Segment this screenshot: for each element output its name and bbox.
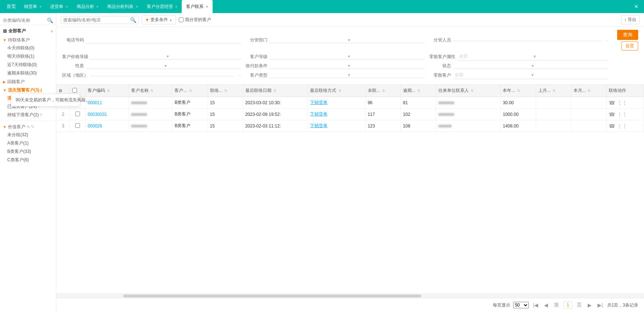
close-tab-purchase-order[interactable]: × [65,4,68,9]
close-tab-customer-contact[interactable]: × [206,4,208,9]
sort-overdue-icon[interactable]: ⇅ [417,89,420,93]
filter-search-input[interactable] [63,17,129,23]
tab-customer-segmentation[interactable]: 客户分层经营 × [142,0,182,13]
all-customers-header[interactable]: ⊞ 全部客户 « [0,27,56,36]
edit-icon[interactable]: ✎ [31,125,34,129]
price-level-select[interactable]: ▼ [90,54,241,60]
sidebar-item-ungrouped[interactable]: 未分组(32) [0,131,56,139]
tab-purchase-order[interactable]: 进货单 × [46,0,72,13]
dept-dropdown-icon: ▼ [347,38,424,42]
refresh-icon[interactable]: ↻ [27,125,30,129]
sidebar-group-churn[interactable]: ▼ 流失预警客户(3) ℹ [0,86,56,94]
last-page-btn[interactable]: ▶| [596,301,604,309]
sidebar-group-review[interactable]: ▶ 回顾客户 [0,77,56,86]
filter-icon: ▼ [145,17,149,23]
sort-contact-icon[interactable]: ⇅ [224,89,227,93]
contact-action-icon-2[interactable]: ☎ [609,112,615,117]
nature-dropdown-icon: ▼ [164,64,240,68]
row-checkbox-2[interactable] [70,109,85,120]
retail-customer-select[interactable]: 全部 ▼ [453,71,608,79]
settings-button[interactable]: 设置 [621,41,638,50]
price-level-dropdown-icon: ▼ [166,54,240,58]
sidebar-item-7days[interactable]: 近7天待联络(0) [0,61,56,69]
contact-action-icon-3[interactable]: ☎ [609,123,615,129]
table-settings-icon[interactable]: ⚙ [59,88,63,93]
row-code-1[interactable]: 000011 [85,97,129,109]
adv-filter-row-3: 性质 ▼ 收付款条件 ▼ 状态 [62,63,638,69]
arrow-right-icon: ▶ [3,80,6,84]
manager-select[interactable] [453,39,601,41]
prev-page-btn[interactable]: ◀ [543,301,550,309]
sort-type-icon[interactable]: ⇅ [189,89,192,93]
sort-thismonth-icon[interactable]: ⇅ [588,89,591,93]
filter-search-icon[interactable]: 🔍 [130,17,136,23]
payment-dropdown-icon: ▼ [347,64,424,68]
tab-product-analysis-list[interactable]: 商品分析列表 × [103,0,142,13]
collapse-sidebar-icon[interactable]: « [51,29,53,34]
field-retail-customer: 零散客户 全部 ▼ [429,71,608,79]
payment-select[interactable]: ▼ [270,63,425,69]
customer-type-select[interactable]: ▼ [270,72,425,78]
row-method-1[interactable]: 下销货单 [308,97,365,109]
row-action-1: ☎ ⋮⋮ [606,97,644,109]
sidebar-item-class-b[interactable]: B类客户(33) [0,147,56,156]
customer-level-select[interactable]: ▼ [270,54,425,60]
row-method-2[interactable]: 下销货单 [308,109,365,120]
more-action-icon-1[interactable]: ⋮⋮ [617,100,627,106]
close-tab-sales-order[interactable]: × [39,4,41,9]
tab-customer-contact[interactable]: 客户联系 × [182,0,212,13]
close-tab-product-analysis[interactable]: × [96,4,98,9]
first-page-btn[interactable]: |◀ [532,301,540,309]
sidebar-item-class-a[interactable]: A类客户(1) [0,139,56,147]
sort-year-icon[interactable]: ⇅ [517,89,520,93]
sidebar-item-class-c[interactable]: C类客户(6) [0,156,56,164]
contact-action-icon-1[interactable]: ☎ [609,100,615,106]
nature-select[interactable]: ▼ [86,63,241,69]
tab-product-analysis[interactable]: 商品分析 × [72,0,103,13]
export-button[interactable]: ↑ 导出 [621,15,640,24]
sidebar-item-declining[interactable]: 持续下滑客户(2) ? [0,111,56,119]
page-size-select[interactable]: 50 100 200 [513,302,529,308]
phone-input[interactable] [86,37,241,44]
row-method-3[interactable]: 下销货单 [308,120,365,132]
status-select[interactable]: ▼ [453,63,608,69]
horizontal-scrollbar[interactable] [56,293,644,298]
select-all-checkbox[interactable] [72,88,77,93]
sort-uncontacted-icon[interactable]: ⇅ [382,89,385,93]
more-action-icon-2[interactable]: ⋮⋮ [617,112,627,117]
sidebar-item-overdue[interactable]: 逾期未联络(30) [0,69,56,77]
sort-contact2-icon[interactable]: ⇅ [471,89,474,93]
my-customers-checkbox-label[interactable]: 我分管的客户 [179,17,211,23]
close-all-tabs[interactable]: × [631,3,641,11]
dept-select[interactable]: ▼ [270,37,425,43]
sidebar-group-pending[interactable]: ▼ 待联络客户 [0,36,56,44]
tab-sales-order[interactable]: 销货单 × [20,0,46,13]
sort-code-icon[interactable]: ⇅ [107,89,110,93]
my-customers-checkbox[interactable] [179,17,184,22]
region-more-btn[interactable]: ··· [238,73,241,78]
close-tab-customer-segmentation[interactable]: × [175,4,177,9]
sort-name-icon[interactable]: ⇅ [150,89,153,93]
manager-more-btn[interactable]: ··· [605,38,608,43]
sidebar-item-today[interactable]: 今天待联络(0) [0,44,56,52]
scrollbar-thumb[interactable] [123,295,421,297]
col-contact: 联络... ⇅ [208,85,243,97]
row-checkbox-3[interactable] [70,120,85,132]
nav-home[interactable]: 首页 [3,3,20,10]
next-page-btn[interactable]: ▶ [586,301,593,309]
query-button[interactable]: 查询 [617,30,638,40]
sidebar-item-tomorrow[interactable]: 明天待联络(1) [0,52,56,61]
close-tab-product-analysis-list[interactable]: × [136,4,138,9]
sort-method-icon[interactable]: ⇅ [338,89,341,93]
more-action-icon-3[interactable]: ⋮⋮ [617,123,627,129]
sidebar-search-input[interactable] [3,18,46,23]
sort-lastmonth-icon[interactable]: ⇅ [552,89,555,93]
region-select[interactable] [90,74,234,76]
more-conditions-btn[interactable]: ▼ 更多条件 ▲ [142,15,176,24]
sidebar-group-value[interactable]: ▼ 价值客户 ↻ ✎ [0,122,56,131]
retail-attr-select[interactable]: 全部 ▼ [458,53,608,61]
row-code-3[interactable]: 000026 [85,120,129,132]
sort-date-icon[interactable]: ⇅ [273,89,276,93]
row-code-2[interactable]: 00030031 [85,109,129,120]
sidebar: 🔍 ⊞ 全部客户 « ▼ 待联络客户 今天待联络(0) 明天待联络(1) 近7天… [0,13,56,312]
